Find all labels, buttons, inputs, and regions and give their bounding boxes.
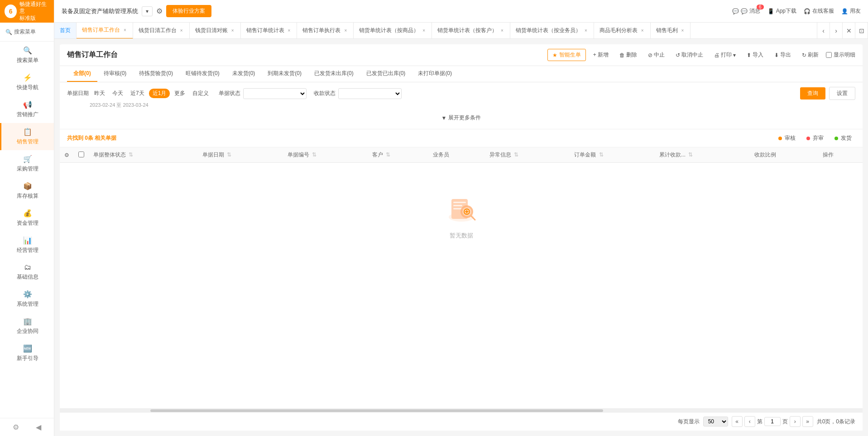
- sidebar-collapse-button[interactable]: ◀: [36, 423, 41, 431]
- tab-cash-daily[interactable]: 钱货日清工作台×: [133, 23, 190, 39]
- tab-label: 销售订单工作台: [82, 26, 120, 34]
- tab-maximize-button[interactable]: ⊡: [855, 23, 868, 39]
- date-option-更多[interactable]: 更多: [172, 89, 188, 98]
- sort-icon-abnormal: ⇅: [514, 152, 518, 158]
- system-dropdown-button[interactable]: ▾: [142, 6, 153, 16]
- review-action-button[interactable]: 审核: [775, 133, 799, 143]
- online-service-button[interactable]: 🎧 在线客服: [804, 7, 834, 15]
- revoke-action-button[interactable]: 弃审: [803, 133, 827, 143]
- user-avatar-icon: 👤: [841, 8, 848, 14]
- page-next-button[interactable]: ›: [790, 416, 801, 427]
- set-button[interactable]: 设置: [829, 87, 855, 100]
- select-all-checkbox[interactable]: [78, 152, 84, 157]
- sub-tab-shipped-no-stock[interactable]: 已发货未出库(0): [308, 66, 360, 82]
- sidebar-item-basic[interactable]: 🗂基础信息: [0, 259, 54, 285]
- sub-tab-overdue[interactable]: 到期未发货(0): [261, 66, 308, 82]
- tab-close-button[interactable]: ×: [681, 27, 685, 34]
- stop-button[interactable]: ⊘ 中止: [644, 49, 668, 61]
- sub-tab-no-print[interactable]: 未打印单据(0): [412, 66, 458, 82]
- cancel-stop-button[interactable]: ↺ 取消中止: [672, 49, 707, 61]
- show-detail-checkbox[interactable]: 显示明细: [826, 51, 855, 59]
- payment-select[interactable]: [338, 88, 402, 99]
- tab-close-button[interactable]: ×: [500, 27, 504, 34]
- sub-tab-all[interactable]: 全部(0): [67, 66, 97, 82]
- sub-tab-pending-check[interactable]: 待拣货验货(0): [133, 66, 179, 82]
- date-option-今天[interactable]: 今天: [110, 89, 126, 98]
- print-button[interactable]: 🖨 打印 ▾: [710, 49, 739, 61]
- refresh-button[interactable]: ↻ 刷新: [798, 49, 822, 61]
- date-option-近1月[interactable]: 近1月: [149, 89, 170, 98]
- svg-rect-2: [453, 202, 466, 203]
- tab-sales-stat-product[interactable]: 销货单统计表（按商品）×: [354, 23, 432, 39]
- tab-close-button[interactable]: ×: [287, 27, 292, 34]
- tab-next-button[interactable]: ›: [830, 23, 843, 39]
- col-header-status: 单据整体状态 ⇅: [89, 147, 198, 163]
- sidebar-search[interactable]: 🔍 搜索菜单: [0, 23, 54, 42]
- sidebar-item-system[interactable]: ⚙️系统管理: [0, 285, 54, 313]
- tab-cash-balance[interactable]: 钱货日清对账×: [190, 23, 241, 39]
- sidebar-item-purchase[interactable]: 🛒采购管理: [0, 150, 54, 177]
- page-last-button[interactable]: »: [802, 416, 813, 427]
- tab-prev-button[interactable]: ‹: [817, 23, 830, 39]
- tab-sales-stat-customer[interactable]: 销货单统计表（按客户）×: [432, 23, 510, 39]
- tab-close-button[interactable]: ×: [123, 27, 127, 33]
- solution-button[interactable]: 体验行业方案: [166, 5, 211, 17]
- search-icon: 🔍: [23, 46, 32, 55]
- sidebar-item-finance[interactable]: 💰资金管理: [0, 204, 54, 232]
- sub-tab-not-shipped[interactable]: 未发货(0): [226, 66, 262, 82]
- sidebar-item-enterprise[interactable]: 🏢企业协同: [0, 313, 54, 340]
- expand-filter-button[interactable]: ▼ 展开更多条件: [67, 111, 855, 124]
- sidebar-item-sales[interactable]: 📋销售管理: [0, 123, 54, 150]
- query-button[interactable]: 查询: [800, 87, 825, 100]
- sidebar-item-inventory[interactable]: 📦库存核算: [0, 177, 54, 204]
- sub-tab-shipped-out[interactable]: 已发货已出库(0): [360, 66, 412, 82]
- sub-tab-pending-review[interactable]: 待审核(0): [97, 66, 133, 82]
- tab-gross-profit[interactable]: 商品毛利分析表×: [594, 23, 651, 39]
- tab-close-button[interactable]: ×: [640, 27, 645, 34]
- sidebar-item-quick[interactable]: ⚡快捷导航: [0, 69, 54, 96]
- tab-sales-stat-staff[interactable]: 销货单统计表（按业务员）×: [510, 23, 594, 39]
- search-menu-button[interactable]: 🔍 搜索菜单: [4, 26, 50, 38]
- tab-sales-stat[interactable]: 销售订单统计表×: [241, 23, 297, 39]
- date-option-昨天[interactable]: 昨天: [91, 89, 108, 98]
- per-page-select[interactable]: 50 10 20 100: [703, 417, 728, 427]
- tab-close-button[interactable]: ×: [230, 27, 235, 34]
- sidebar-item-search[interactable]: 🔍搜索菜单: [0, 42, 54, 69]
- sidebar-settings-button[interactable]: ⚙: [13, 423, 19, 431]
- sidebar-item-marketing[interactable]: 📢营销推广: [0, 96, 54, 123]
- tab-home[interactable]: 首页: [54, 23, 77, 39]
- status-select[interactable]: [243, 88, 307, 99]
- smart-gen-button[interactable]: ★ 智能生单: [547, 49, 586, 61]
- page-input[interactable]: [764, 417, 781, 426]
- tab-close-all-button[interactable]: ✕: [843, 23, 855, 39]
- scrollbar-thumb[interactable]: [150, 409, 603, 412]
- delete-button[interactable]: 🗑 删除: [616, 49, 641, 61]
- sort-icon-customer: ⇅: [386, 152, 390, 158]
- app-download-button[interactable]: 📱 App下载: [767, 7, 796, 15]
- sidebar-item-guide[interactable]: 🆕新手引导: [0, 340, 54, 367]
- page-prev-button[interactable]: ‹: [744, 416, 755, 427]
- topbar-gear-button[interactable]: ⚙: [156, 7, 163, 15]
- date-option-自定义[interactable]: 自定义: [190, 89, 211, 98]
- date-option-近7天[interactable]: 近7天: [128, 89, 147, 98]
- message-button[interactable]: 💬 6 💬 消息: [732, 7, 760, 15]
- export-icon: ⬇: [774, 52, 779, 58]
- import-button[interactable]: ⬆ 导入: [743, 49, 767, 61]
- tab-close-button[interactable]: ×: [422, 27, 426, 34]
- tab-close-button[interactable]: ×: [179, 27, 184, 34]
- tab-close-button[interactable]: ×: [584, 27, 588, 34]
- user-menu[interactable]: 👤 用友: [841, 7, 861, 15]
- tab-close-button[interactable]: ×: [343, 27, 348, 34]
- tab-sales-profit[interactable]: 销售毛利×: [651, 23, 691, 39]
- ship-action-button[interactable]: 发货: [831, 133, 855, 143]
- page-first-button[interactable]: «: [732, 416, 743, 427]
- sub-tab-wangpu-pending[interactable]: 旺铺待发货(0): [179, 66, 226, 82]
- export-button[interactable]: ⬇ 导出: [771, 49, 795, 61]
- tab-sales-exec[interactable]: 销售订单执行表×: [297, 23, 354, 39]
- sidebar-item-operations[interactable]: 📊经营管理: [0, 232, 54, 259]
- cancel-stop-icon: ↺: [676, 52, 680, 58]
- new-button[interactable]: + 新增: [590, 49, 612, 61]
- tab-sales-order[interactable]: 销售订单工作台×: [77, 23, 133, 39]
- tab-label: 商品毛利分析表: [599, 27, 638, 34]
- horizontal-scrollbar[interactable]: [60, 408, 863, 412]
